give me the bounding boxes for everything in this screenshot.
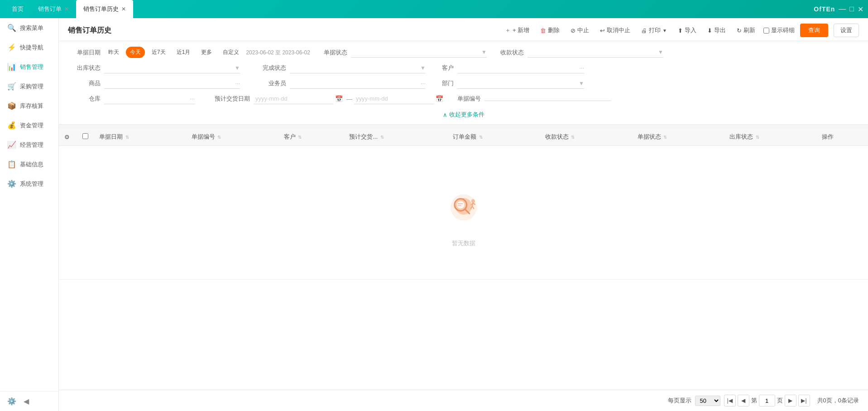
th-operation-label: 操作 <box>822 133 834 140</box>
date-btn-yesterday[interactable]: 昨天 <box>104 47 123 58</box>
date-btn-1month[interactable]: 近1月 <box>173 47 195 58</box>
th-checkbox[interactable] <box>77 128 94 146</box>
top-bar: 首页 销售订单 ✕ 销售订单历史 ✕ OfTEn — □ ✕ <box>0 0 868 18</box>
salesperson-dots-icon: ··· <box>421 80 426 87</box>
tab-sales-order[interactable]: 销售订单 ✕ <box>31 0 76 18</box>
query-button[interactable]: 查询 <box>800 24 828 37</box>
delete-button[interactable]: 🗑 删除 <box>537 24 562 36</box>
import-button[interactable]: ⬆ 导入 <box>675 24 699 36</box>
sidebar-item-basic-info[interactable]: 📋 基础信息 <box>0 155 58 174</box>
sidebar-item-operations-mgmt[interactable]: 📈 经营管理 <box>0 135 58 155</box>
salesperson-select[interactable]: ··· <box>290 78 426 89</box>
per-page-select[interactable]: 50 10 20 100 <box>695 396 720 406</box>
toolbar: ＋ + 新增 🗑 删除 ⊘ 中止 ↩ 取消中止 🖨 打印 <box>502 24 859 37</box>
import-label: 导入 <box>685 26 696 34</box>
bill-status-select[interactable]: ▼ <box>351 47 487 58</box>
table-header-row: ⚙ 单据日期 ⇅ 单据编号 ⇅ <box>59 128 868 146</box>
window-minimize-icon[interactable]: — <box>839 5 846 13</box>
print-button[interactable]: 🖨 打印 ▼ <box>638 24 670 36</box>
window-close-icon[interactable]: ✕ <box>858 5 863 14</box>
th-warehouse-status[interactable]: 出库状态 ⇅ <box>724 128 816 146</box>
display-narrow-checkbox[interactable] <box>763 28 769 34</box>
pager-first-button[interactable]: |◀ <box>724 395 736 406</box>
stop-button[interactable]: ⊘ 中止 <box>568 24 592 36</box>
sidebar-item-search-menu[interactable]: 🔍 搜索菜单 <box>0 18 58 38</box>
sidebar-item-search-menu-label: 搜索菜单 <box>20 24 43 32</box>
pager-last-button[interactable]: ▶| <box>798 395 810 406</box>
customer-select[interactable]: ··· <box>457 63 584 73</box>
bill-number-input[interactable] <box>484 97 611 101</box>
page-title: 销售订单历史 <box>68 26 111 35</box>
top-bar-right: OfTEn — □ ✕ <box>810 5 863 14</box>
expected-delivery-label: 预计交货日期 <box>213 95 254 103</box>
sort-expected-delivery-icon: ⇅ <box>380 135 384 140</box>
th-payment-status[interactable]: 收款状态 ⇅ <box>540 128 632 146</box>
expected-delivery-end-input[interactable] <box>354 93 434 104</box>
sort-bill-date-icon: ⇅ <box>125 135 129 140</box>
th-settings[interactable]: ⚙ <box>59 128 77 146</box>
empty-illustration <box>441 187 486 232</box>
new-button[interactable]: ＋ + 新增 <box>502 24 532 36</box>
tab-sales-order-close[interactable]: ✕ <box>64 6 69 12</box>
display-narrow-toggle[interactable]: 显示碍细 <box>763 26 795 34</box>
per-page-label: 每页显示 <box>668 396 691 405</box>
pager: |◀ ◀ 第 页 ▶ ▶| <box>724 395 810 406</box>
import-icon: ⬆ <box>678 27 683 34</box>
print-label: 打印 <box>649 26 661 34</box>
select-all-checkbox[interactable] <box>82 133 88 139</box>
sidebar-item-operations-mgmt-label: 经营管理 <box>20 141 43 149</box>
completion-status-select[interactable]: ▼ <box>290 63 426 73</box>
print-dropdown-icon: ▼ <box>662 28 667 33</box>
refresh-icon: ↻ <box>737 27 742 34</box>
date-btn-custom[interactable]: 自定义 <box>219 47 243 58</box>
tab-sales-order-history[interactable]: 销售订单历史 ✕ <box>76 0 133 18</box>
filter-row-warehouse-status: 出库状态 ▼ 完成状态 ▼ 客户 ··· <box>68 63 859 73</box>
date-btn-more[interactable]: 更多 <box>197 47 216 58</box>
date-btn-7days[interactable]: 近7天 <box>148 47 170 58</box>
export-icon: ⬇ <box>707 27 712 34</box>
department-label: 部门 <box>435 79 457 87</box>
product-dots-icon: ··· <box>235 80 240 87</box>
pager-prev-button[interactable]: ◀ <box>738 395 749 406</box>
warehouse-select[interactable]: ··· <box>104 93 195 104</box>
collapse-button[interactable]: ∧ 收起更多条件 <box>443 111 484 119</box>
sidebar-item-system-mgmt[interactable]: ⚙️ 系统管理 <box>0 174 58 193</box>
th-bill-date[interactable]: 单据日期 ⇅ <box>94 128 186 146</box>
bill-number-label: 单据编号 <box>453 95 484 103</box>
tab-home[interactable]: 首页 <box>5 0 31 18</box>
th-customer[interactable]: 客户 ⇅ <box>278 128 344 146</box>
tab-sales-order-history-label: 销售订单历史 <box>83 5 119 13</box>
capital-mgmt-icon: 💰 <box>7 121 16 130</box>
sidebar-item-purchase-mgmt[interactable]: 🛒 采购管理 <box>0 77 58 96</box>
th-order-amount[interactable]: 订单金额 ⇅ <box>447 128 540 146</box>
sidebar-item-capital-mgmt[interactable]: 💰 资金管理 <box>0 116 58 135</box>
sidebar-settings-icon[interactable]: ⚙️ <box>7 397 16 406</box>
date-btn-today[interactable]: 今天 <box>126 47 145 58</box>
settings-icon: ⚙ <box>64 134 70 140</box>
sidebar-item-quick-nav[interactable]: ⚡ 快捷导航 <box>0 38 58 57</box>
settings-button[interactable]: 设置 <box>834 24 859 37</box>
warehouse-status-select[interactable]: ▼ <box>104 63 240 73</box>
sidebar-collapse-icon[interactable]: ◀ <box>24 397 29 406</box>
sidebar-item-inventory-check[interactable]: 📦 库存核算 <box>0 96 58 116</box>
tab-sales-order-history-close[interactable]: ✕ <box>121 6 126 12</box>
pager-page-input[interactable] <box>759 395 775 406</box>
calendar-end-icon[interactable]: 📅 <box>436 95 443 102</box>
pager-next-button[interactable]: ▶ <box>785 395 796 406</box>
cancel-stop-button[interactable]: ↩ 取消中止 <box>597 24 633 36</box>
th-bill-number[interactable]: 单据编号 ⇅ <box>186 128 278 146</box>
payment-status-select[interactable]: ▼ <box>528 47 663 58</box>
export-button[interactable]: ⬇ 导出 <box>705 24 729 36</box>
sort-warehouse-status-icon: ⇅ <box>756 135 759 140</box>
calendar-start-icon[interactable]: 📅 <box>335 95 343 102</box>
window-maximize-icon[interactable]: □ <box>849 5 854 13</box>
department-select[interactable]: ▼ <box>457 78 584 89</box>
th-bill-status[interactable]: 单据状态 ⇅ <box>632 128 724 146</box>
product-select[interactable]: ··· <box>104 78 240 89</box>
data-table: ⚙ 单据日期 ⇅ 单据编号 ⇅ <box>59 128 868 280</box>
th-expected-delivery[interactable]: 预计交货... ⇅ <box>344 128 447 146</box>
refresh-button[interactable]: ↻ 刷新 <box>734 24 758 36</box>
expected-delivery-start-input[interactable] <box>254 93 333 104</box>
sidebar-item-sales-mgmt[interactable]: 📊 销售管理 <box>0 57 58 77</box>
payment-status-label: 收款状态 <box>496 48 528 57</box>
